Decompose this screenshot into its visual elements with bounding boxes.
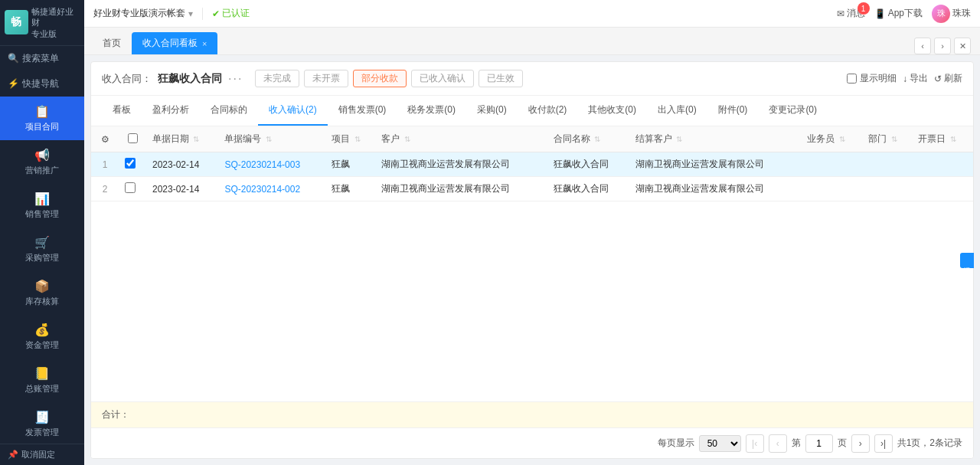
content-tabs: 看板 盈利分析 合同标的 收入确认(2) 销售发票(0) 税务发票(0) 采购(… (91, 96, 973, 126)
message-icon: ✉ (837, 8, 844, 19)
search-icon: 🔍 (8, 53, 19, 64)
tab-income-confirm[interactable]: 收入确认(2) (258, 96, 328, 126)
footer-label: 合计： (102, 408, 129, 421)
pagination-prev[interactable]: ‹ (769, 434, 787, 453)
message-badge: 1 (858, 2, 870, 15)
tab-board[interactable]: 看板 (102, 96, 142, 126)
tab-change-log[interactable]: 变更记录(0) (758, 96, 828, 126)
col-checkbox[interactable] (119, 126, 146, 152)
inventory-icon: 📦 (34, 279, 50, 293)
cell-date: 2023-02-14 (146, 177, 218, 201)
tab-other-income[interactable]: 其他收支(0) (577, 96, 647, 126)
topbar-app-download[interactable]: 📱 App下载 (874, 7, 923, 20)
status-confirmed[interactable]: 已收入确认 (411, 70, 474, 87)
topbar-message[interactable]: ✉ 消息 1 (837, 7, 865, 20)
tab-payment[interactable]: 收付款(2) (518, 96, 578, 126)
page-input[interactable] (805, 434, 833, 453)
select-all-checkbox[interactable] (128, 133, 138, 143)
sidebar-unpin[interactable]: 📌 取消固定 (0, 444, 84, 465)
pagination-next[interactable]: › (851, 434, 870, 453)
col-salesperson[interactable]: 业务员 ⇅ (801, 126, 862, 152)
sort-customer-icon: ⇅ (404, 135, 410, 143)
status-incomplete[interactable]: 未完成 (255, 70, 299, 87)
topbar-certified: ✔ 已认证 (212, 7, 250, 20)
col-end-customer[interactable]: 结算客户 ⇅ (629, 126, 801, 152)
pagination-first[interactable]: |‹ (746, 434, 764, 453)
sidebar-item-project[interactable]: 📋 项目合同 (0, 97, 84, 140)
col-date[interactable]: 单据日期 ⇅ (146, 126, 218, 152)
status-active[interactable]: 已生效 (479, 70, 523, 87)
cell-end-customer: 湖南卫视商业运营发展有限公司 (629, 152, 801, 177)
cell-order-no[interactable]: SQ-20230214-002 (218, 177, 325, 201)
sort-project-icon: ⇅ (354, 135, 361, 143)
tab-profit[interactable]: 盈利分析 (142, 96, 200, 126)
sidebar-item-sales[interactable]: 📊 销售管理 (0, 184, 84, 228)
col-customer[interactable]: 客户 ⇅ (375, 126, 547, 152)
table-row[interactable]: 1 2023-02-14 SQ-20230214-003 狂飙 湖南卫视商业运营… (91, 152, 973, 177)
cell-end-customer: 湖南卫视商业运营发展有限公司 (629, 177, 801, 201)
sidebar: 畅 畅捷通好业财专业版 🔍 搜索菜单 ⚡ 快捷导航 📋 项目合同 📢 营销推广 … (0, 0, 84, 465)
table-row[interactable]: 2 2023-02-14 SQ-20230214-002 狂飙 湖南卫视商业运营… (91, 177, 973, 201)
col-order-no[interactable]: 单据编号 ⇅ (218, 126, 325, 152)
tabbar: 首页 收入合同看板 × ‹ › ✕ (84, 28, 980, 55)
cell-customer: 湖南卫视商业运营发展有限公司 (375, 152, 547, 177)
col-settings[interactable]: ⚙ (91, 126, 119, 152)
tab-nav-close[interactable]: ✕ (954, 38, 971, 54)
show-detail-input[interactable] (847, 74, 857, 84)
cell-contract-name: 狂飙收入合同 (547, 177, 629, 201)
sidebar-item-marketing[interactable]: 📢 营销推广 (0, 140, 84, 184)
topbar-user[interactable]: 珠 珠珠 (932, 5, 971, 23)
col-contract-name[interactable]: 合同名称 ⇅ (547, 126, 629, 152)
refresh-button[interactable]: ↺ 刷新 (934, 72, 962, 85)
sidebar-item-funds[interactable]: 💰 资金管理 (0, 315, 84, 359)
cell-order-no[interactable]: SQ-20230214-003 (218, 152, 325, 177)
per-page-select[interactable]: 50 100 200 (699, 435, 741, 452)
order-no-link[interactable]: SQ-20230214-002 (224, 184, 300, 195)
topbar-company[interactable]: 好业财专业版演示帐套 ▾ (93, 7, 193, 20)
status-uninvoiced[interactable]: 未开票 (304, 70, 348, 87)
marketing-icon: 📢 (34, 148, 50, 162)
tab-purchase[interactable]: 采购(0) (466, 96, 518, 126)
col-department[interactable]: 部门 ⇅ (862, 126, 912, 152)
sidebar-item-quicknav[interactable]: ⚡ 快捷导航 (0, 71, 84, 97)
tab-close-button[interactable]: × (202, 39, 207, 48)
row-checkbox[interactable] (125, 182, 136, 193)
col-invoice-date[interactable]: 开票日 ⇅ (912, 126, 973, 152)
show-detail-checkbox[interactable]: 显示明细 (847, 72, 897, 85)
tab-tax-invoice[interactable]: 税务发票(0) (397, 96, 466, 126)
tab-attachment[interactable]: 附件(0) (707, 96, 759, 126)
invoice-icon: 🧾 (34, 410, 50, 424)
company-dropdown-icon[interactable]: ▾ (188, 8, 193, 19)
sidebar-item-purchase[interactable]: 🛒 采购管理 (0, 228, 84, 271)
table-wrapper: ⚙ 单据日期 ⇅ 单据编号 ⇅ 项目 ⇅ 客户 ⇅ 合同名称 ⇅ 结算客户 ⇅ … (91, 126, 973, 401)
sidebar-item-inventory[interactable]: 📦 库存核算 (0, 271, 84, 315)
contract-title: 狂飙收入合同 (158, 72, 222, 86)
sidebar-item-invoice[interactable]: 🧾 发票管理 (0, 402, 84, 444)
cell-checkbox[interactable] (119, 177, 146, 201)
cell-index: 2 (91, 177, 119, 201)
cell-date: 2023-02-14 (146, 152, 218, 177)
export-button[interactable]: ↓ 导出 (903, 72, 928, 85)
sidebar-item-general[interactable]: 📒 总账管理 (0, 359, 84, 402)
tab-inout[interactable]: 出入库(0) (647, 96, 707, 126)
col-project[interactable]: 项目 ⇅ (325, 126, 375, 152)
per-page-label: 每页显示 (658, 437, 694, 450)
tab-contract-target[interactable]: 合同标的 (200, 96, 258, 126)
data-table: ⚙ 单据日期 ⇅ 单据编号 ⇅ 项目 ⇅ 客户 ⇅ 合同名称 ⇅ 结算客户 ⇅ … (91, 126, 973, 201)
sidebar-item-search[interactable]: 🔍 搜索菜单 (0, 46, 84, 71)
tab-sales-invoice[interactable]: 销售发票(0) (328, 96, 397, 126)
status-partial[interactable]: 部分收款 (353, 70, 407, 87)
right-panel-toggle[interactable]: 提 (960, 253, 974, 268)
cell-salesperson (801, 177, 862, 201)
row-checkbox[interactable] (125, 158, 136, 169)
pagination-last[interactable]: ›| (874, 434, 893, 453)
topbar-divider (202, 8, 203, 20)
order-no-link[interactable]: SQ-20230214-003 (224, 159, 300, 170)
tab-nav-prev[interactable]: ‹ (914, 38, 931, 54)
cell-checkbox[interactable] (119, 152, 146, 177)
tab-nav-next[interactable]: › (934, 38, 951, 54)
content-wrapper: 收入合同： 狂飙收入合同 ··· 未完成 未开票 部分收款 已收入确认 已生效 … (84, 55, 980, 465)
contract-more-button[interactable]: ··· (228, 72, 243, 86)
tab-income-contract[interactable]: 收入合同看板 × (132, 32, 217, 54)
tab-home[interactable]: 首页 (93, 32, 130, 54)
